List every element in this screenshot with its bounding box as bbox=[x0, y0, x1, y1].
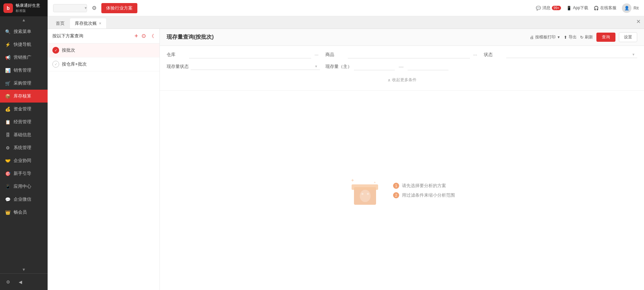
print-arrow-icon: ▼ bbox=[557, 35, 560, 39]
panel-close-btn[interactable]: ✕ bbox=[636, 18, 641, 25]
app-download-btn[interactable]: 📱 App下载 bbox=[566, 5, 588, 11]
empty-illustration: ✦ ✦ bbox=[349, 174, 383, 207]
nav-label-quick-nav: 快捷导航 bbox=[14, 41, 31, 48]
product-more-btn[interactable]: ··· bbox=[472, 52, 479, 57]
page-title: 现存量查询(按批次) bbox=[167, 34, 214, 41]
status-select[interactable]: ▼ bbox=[506, 51, 637, 58]
nav-label-finance: 资金管理 bbox=[14, 106, 31, 112]
print-btn[interactable]: 🖨 按模板打印 ▼ bbox=[530, 34, 560, 40]
sidebar-item-member[interactable]: 👑 畅会员 bbox=[0, 206, 48, 219]
refresh-btn[interactable]: ↻ 刷新 bbox=[580, 34, 593, 40]
nav-icon-inventory: 📦 bbox=[5, 93, 11, 99]
topbar-search-arrow: ▼ bbox=[84, 6, 87, 10]
nav-icon-finance: 💰 bbox=[5, 106, 11, 112]
empty-state: ✦ ✦ 1 请先选择要分析的方案 2 用过滤条件来缩小分析范围 bbox=[160, 91, 644, 290]
filter-row-1: 仓库 ··· 商品 ··· 状态 ▼ bbox=[167, 51, 637, 58]
sidebar-item-appstore[interactable]: 📱 应用中心 bbox=[0, 180, 48, 193]
sidebar-item-weixin[interactable]: 💬 企业微信 bbox=[0, 193, 48, 206]
empty-hints: 1 请先选择要分析的方案 2 用过滤条件来缩小分析范围 bbox=[393, 183, 455, 198]
scheme-settings-btn[interactable]: ⊙ bbox=[141, 33, 147, 39]
stock-qty-dash: — bbox=[399, 64, 404, 69]
nav-label-appstore: 应用中心 bbox=[14, 183, 31, 189]
sidebar-item-inventory[interactable]: 📦 库存核算 bbox=[0, 90, 48, 103]
scheme-item-by-batch[interactable]: ✓ 按批次 bbox=[48, 43, 159, 57]
status-filter: 状态 ▼ bbox=[484, 51, 637, 58]
nav-icon-basic: 🗄 bbox=[5, 132, 11, 138]
collapse-icon: ∧ bbox=[388, 78, 391, 83]
svg-point-2 bbox=[360, 190, 371, 202]
nav-icon-search: 🔍 bbox=[5, 29, 11, 35]
sidebar-item-search[interactable]: 🔍 搜索菜单 bbox=[0, 25, 48, 38]
nav-label-newbie: 新手引导 bbox=[14, 170, 31, 177]
sidebar-settings-btn[interactable]: ⚙ bbox=[3, 277, 13, 287]
warehouse-more-btn[interactable]: ··· bbox=[313, 52, 320, 57]
warehouse-filter: 仓库 ··· bbox=[167, 51, 320, 58]
nav-icon-quick-nav: ⚡ bbox=[5, 41, 11, 48]
app-logo: b bbox=[3, 3, 13, 13]
sidebar-item-system[interactable]: ⚙ 系统管理 bbox=[0, 141, 48, 154]
warehouse-input[interactable] bbox=[189, 51, 311, 58]
stock-status-select[interactable]: ▼ bbox=[191, 63, 320, 70]
user-menu[interactable]: 👤 Rit bbox=[622, 3, 639, 13]
topbar-search-area: ▼ bbox=[53, 4, 87, 12]
sidebar-item-basic[interactable]: 🗄 基础信息 bbox=[0, 128, 48, 141]
status-label: 状态 bbox=[484, 52, 504, 58]
sidebar-scroll-up[interactable]: ▲ bbox=[21, 17, 27, 23]
sidebar-item-operation[interactable]: 📋 经营管理 bbox=[0, 115, 48, 128]
message-icon: 💬 bbox=[536, 6, 541, 11]
scheme-item-by-warehouse-batch[interactable]: ✓ 按仓库+批次 bbox=[48, 57, 159, 71]
query-btn[interactable]: 查询 bbox=[596, 33, 615, 42]
stock-qty-label: 现存量（主） bbox=[325, 64, 352, 70]
settings-btn[interactable]: 设置 bbox=[619, 32, 637, 42]
sidebar-collapse-btn[interactable]: ◀ bbox=[16, 277, 25, 287]
stock-qty-from-input[interactable] bbox=[354, 62, 395, 70]
tabbar: 首页 库存批次账 × ✕ bbox=[48, 16, 644, 29]
tab-inventory-batch[interactable]: 库存批次账 × bbox=[70, 18, 106, 29]
sidebar-scroll-down[interactable]: ▼ bbox=[21, 267, 27, 273]
trial-btn[interactable]: 体验行业方案 bbox=[101, 3, 137, 13]
app-title: 畅康通好生意 bbox=[16, 3, 40, 8]
collapse-filter-btn[interactable]: ∧ 收起更多条件 bbox=[167, 74, 637, 86]
nav-label-basic: 基础信息 bbox=[14, 132, 31, 138]
nav-label-purchase: 采购管理 bbox=[14, 80, 31, 86]
svg-rect-1 bbox=[352, 184, 378, 190]
stock-status-label: 现存量状态 bbox=[167, 64, 189, 70]
sidebar-item-quick-nav[interactable]: ⚡ 快捷导航 bbox=[0, 38, 48, 51]
product-filter: 商品 ··· bbox=[325, 51, 479, 58]
nav-icon-enterprise: 🤝 bbox=[5, 158, 11, 164]
nav-label-inventory: 库存核算 bbox=[14, 93, 31, 99]
export-btn[interactable]: ⬆ 导出 bbox=[564, 34, 577, 40]
empty-hint-1: 1 请先选择要分析的方案 bbox=[393, 183, 455, 189]
topbar-settings-btn[interactable]: ⚙ bbox=[90, 3, 98, 13]
nav-icon-system: ⚙ bbox=[5, 145, 11, 151]
message-btn[interactable]: 💬 消息 99+ bbox=[536, 5, 561, 11]
tab-home[interactable]: 首页 bbox=[51, 18, 69, 29]
product-input[interactable] bbox=[348, 51, 470, 58]
scheme-collapse-btn[interactable]: 《 bbox=[149, 34, 155, 38]
nav-icon-member: 👑 bbox=[5, 209, 11, 215]
stock-status-filter: 现存量状态 ▼ bbox=[167, 63, 320, 70]
status-arrow-icon: ▼ bbox=[632, 53, 635, 56]
add-scheme-btn[interactable]: + bbox=[134, 33, 139, 39]
scheme-panel-header: 按以下方案查询 + ⊙ 《 bbox=[48, 29, 159, 43]
tab-close-icon[interactable]: × bbox=[99, 21, 101, 25]
nav-icon-newbie: 🎯 bbox=[5, 170, 11, 177]
nav-icon-appstore: 📱 bbox=[5, 183, 11, 189]
sidebar-item-newbie[interactable]: 🎯 新手引导 bbox=[0, 167, 48, 180]
sidebar-item-purchase[interactable]: 🛒 采购管理 bbox=[0, 77, 48, 90]
nav-label-marketing: 营销推广 bbox=[14, 54, 31, 60]
sidebar-item-sales[interactable]: 📊 销售管理 bbox=[0, 64, 48, 77]
online-service-btn[interactable]: 🎧 在线客服 bbox=[594, 5, 616, 11]
service-icon: 🎧 bbox=[594, 6, 599, 11]
sidebar-item-marketing[interactable]: 📢 营销推广 bbox=[0, 51, 48, 64]
nav-label-sales: 销售管理 bbox=[14, 67, 31, 73]
topbar-search-input[interactable] bbox=[57, 6, 84, 11]
sidebar: b 畅康通好生意 标准版 ▲ 🔍 搜索菜单 ⚡ 快捷导航 📢 营销推广 📊 销售… bbox=[0, 0, 48, 290]
sidebar-item-finance[interactable]: 💰 资金管理 bbox=[0, 103, 48, 115]
nav-label-member: 畅会员 bbox=[14, 209, 27, 215]
sidebar-item-enterprise[interactable]: 🤝 企业协同 bbox=[0, 154, 48, 167]
page-actions: 🖨 按模板打印 ▼ ⬆ 导出 ↻ 刷新 查询 设置 bbox=[530, 32, 637, 42]
stock-qty-to-input[interactable] bbox=[408, 62, 448, 70]
main-area: ▼ ⚙ 体验行业方案 💬 消息 99+ 📱 App下载 🎧 在线客服 👤 Rit bbox=[48, 0, 644, 290]
topbar: ▼ ⚙ 体验行业方案 💬 消息 99+ 📱 App下载 🎧 在线客服 👤 Rit bbox=[48, 0, 644, 16]
